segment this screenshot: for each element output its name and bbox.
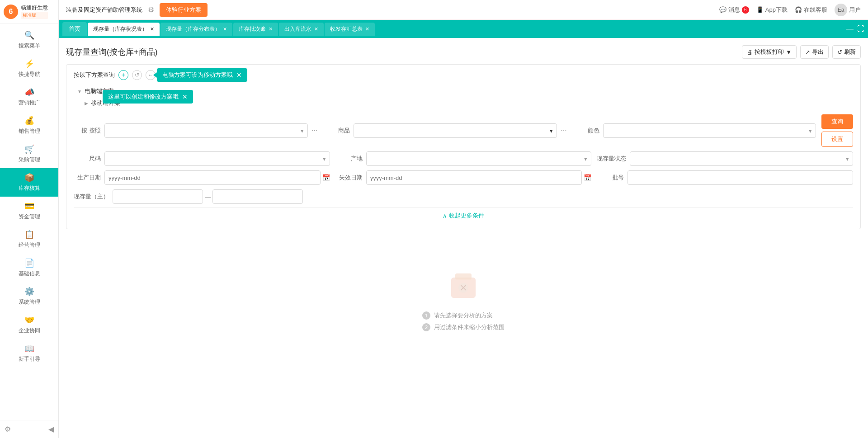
- topbar-gear-icon[interactable]: ⚙: [148, 5, 154, 14]
- sidebar-item-sales[interactable]: 💰 销售管理: [0, 111, 58, 140]
- sidebar-item-enterprise[interactable]: 🤝 企业协同: [0, 311, 58, 339]
- tab-home[interactable]: 首页: [62, 22, 87, 36]
- settings-icon[interactable]: ⚙: [5, 425, 11, 433]
- origin-select[interactable]: ▾: [366, 151, 592, 166]
- app-download-btn[interactable]: 📱 App下载: [756, 6, 788, 14]
- scheme-tooltip-popup: 电脑方案可设为移动方案哦 ✕: [157, 68, 247, 82]
- size-select[interactable]: ▾: [104, 151, 330, 166]
- origin-field: 产地 ▾: [335, 151, 592, 166]
- tabs-bar: 首页 现存量（库存状况表） ✕ 现存量（库存分布表） ✕ 库存批次账 ✕ 出入库…: [59, 20, 868, 38]
- stock-min-input[interactable]: [113, 189, 203, 204]
- topbar-right: 💬 消息 6 📱 App下载 🎧 在线客服 Ea 用户: [719, 4, 861, 16]
- topbar: 装备及固定资产辅助管理系统 ⚙ 体验行业方案 💬 消息 6 📱 App下载 🎧 …: [59, 0, 868, 20]
- sidebar-footer: ⚙ ◀: [0, 420, 58, 438]
- fullscreen-icon[interactable]: ⛶: [857, 25, 864, 33]
- main-area: 装备及固定资产辅助管理系统 ⚙ 体验行业方案 💬 消息 6 📱 App下载 🎧 …: [59, 0, 868, 438]
- export-button[interactable]: ↗ 导出: [800, 45, 829, 59]
- sidebar-item-label: 企业协同: [19, 327, 40, 334]
- logo-icon: 6: [4, 5, 18, 19]
- book-icon: 📖: [24, 344, 34, 353]
- message-icon: 💬: [719, 6, 726, 13]
- refresh-icon: ↺: [837, 49, 842, 56]
- collapse-icon[interactable]: ◀: [48, 425, 54, 433]
- sidebar-item-label: 搜索菜单: [19, 42, 40, 50]
- filter-area: 电脑方案可设为移动方案哦 ✕ 这里可以创建和修改方案哦 ✕ 按以下方案查询 ＋ …: [66, 64, 861, 229]
- tab-flow[interactable]: 出入库流水 ✕: [279, 23, 324, 36]
- calendar-icon[interactable]: 📅: [322, 174, 330, 181]
- chevron-down-icon: ▼: [786, 49, 792, 56]
- stock-main-label: 现存量（主）: [74, 193, 109, 201]
- logo-text-area: 畅通好生意 标准版: [21, 5, 48, 19]
- calendar-icon[interactable]: 📅: [584, 174, 591, 181]
- stock-max-input[interactable]: [212, 189, 303, 204]
- sidebar-item-guide[interactable]: 📖 新手引导: [0, 339, 58, 367]
- tab-inventory-dist[interactable]: 现存量（库存分布表） ✕: [160, 23, 232, 36]
- expire-date-input[interactable]: [366, 170, 582, 185]
- origin-label: 产地: [335, 155, 363, 163]
- filter-add-btn[interactable]: ＋: [118, 70, 128, 80]
- minimize-icon[interactable]: —: [846, 25, 854, 33]
- headset-icon: 🎧: [795, 6, 802, 13]
- page-title: 现存量查询(按仓库+商品): [66, 47, 158, 57]
- tab-close-icon[interactable]: ✕: [150, 26, 154, 32]
- tab-close-icon[interactable]: ✕: [314, 26, 318, 32]
- edit-tooltip-popup: 这里可以创建和修改方案哦 ✕: [103, 90, 193, 104]
- sidebar-item-finance[interactable]: 💳 资金管理: [0, 197, 58, 225]
- filter-rows: 按 按照 ▾ ··· 商品 ▾: [74, 114, 853, 204]
- sidebar-item-purchase[interactable]: 🛒 采购管理: [0, 140, 58, 168]
- phone-icon: 📱: [756, 6, 764, 13]
- empty-state: 1 请先选择要分析的方案 2 用过滤条件来缩小分析范围: [66, 229, 861, 367]
- produce-date-input[interactable]: [104, 170, 321, 185]
- reset-button[interactable]: 设置: [821, 132, 853, 147]
- search-button[interactable]: 查询: [821, 114, 853, 129]
- messages-btn[interactable]: 💬 消息 6: [719, 6, 749, 14]
- chevron-down-icon: ▾: [809, 127, 812, 134]
- sidebar-item-system[interactable]: ⚙️ 系统管理: [0, 282, 58, 311]
- sidebar-item-basic[interactable]: 📄 基础信息: [0, 254, 58, 282]
- tab-close-icon[interactable]: ✕: [365, 26, 369, 32]
- refresh-button[interactable]: ↺ 刷新: [832, 45, 861, 59]
- sidebar-item-search[interactable]: 🔍 搜索菜单: [0, 26, 58, 54]
- trial-button[interactable]: 体验行业方案: [160, 3, 208, 17]
- collapse-button[interactable]: ∧ 收起更多条件: [74, 207, 853, 223]
- scheme-tooltip-close[interactable]: ✕: [236, 71, 242, 79]
- print-button[interactable]: 🖨 按模板打印 ▼: [742, 45, 797, 59]
- gear-icon: ⚙️: [24, 287, 34, 297]
- sidebar-item-marketing[interactable]: 📣 营销推广: [0, 83, 58, 111]
- chevron-down-icon: ▾: [550, 127, 553, 134]
- user-label: 用户: [849, 6, 861, 14]
- color-field: 颜色 ▾: [572, 123, 816, 138]
- goods-select[interactable]: ▾: [354, 123, 557, 138]
- action-buttons: 查询 设置: [821, 114, 853, 147]
- tip-text-1: 请先选择要分析的方案: [434, 311, 493, 320]
- sidebar-item-inventory[interactable]: 📦 库存核算: [0, 168, 58, 197]
- user-btn[interactable]: Ea 用户: [835, 4, 861, 16]
- sidebar-item-quick[interactable]: ⚡ 快捷导航: [0, 54, 58, 83]
- tab-batch-account[interactable]: 库存批次账 ✕: [233, 23, 278, 36]
- filter-row-3: 生产日期 📅 失效日期 📅: [74, 170, 853, 185]
- filter-refresh-btn[interactable]: ↺: [132, 70, 142, 80]
- warehouse-dots[interactable]: ···: [311, 127, 317, 135]
- search-icon: 🔍: [24, 30, 34, 40]
- online-service-label: 在线客服: [804, 6, 827, 14]
- expire-date-field: 失效日期 📅: [335, 170, 592, 185]
- tab-inventory-status[interactable]: 现存量（库存状况表） ✕: [88, 23, 160, 36]
- empty-tip-1: 1 请先选择要分析的方案: [422, 311, 505, 320]
- stock-status-field: 现存量状态 ▾: [597, 151, 853, 166]
- color-select[interactable]: ▾: [603, 123, 816, 138]
- batch-input[interactable]: [627, 170, 853, 185]
- sidebar-logo: 6 畅通好生意 标准版: [0, 0, 58, 24]
- tab-summary[interactable]: 收发存汇总表 ✕: [325, 23, 375, 36]
- print-icon: 🖨: [747, 49, 753, 56]
- stock-status-select[interactable]: ▾: [630, 151, 853, 166]
- warehouse-label: 按 按照: [74, 127, 101, 135]
- warehouse-select[interactable]: ▾: [104, 123, 308, 138]
- stock-main-field: 现存量（主） —: [74, 189, 853, 204]
- edit-tooltip-text: 这里可以创建和修改方案哦: [108, 93, 179, 101]
- tab-close-icon[interactable]: ✕: [269, 26, 273, 32]
- sidebar-item-business[interactable]: 📋 经营管理: [0, 225, 58, 254]
- tab-close-icon[interactable]: ✕: [223, 26, 227, 32]
- goods-dots[interactable]: ···: [561, 127, 566, 135]
- online-service-btn[interactable]: 🎧 在线客服: [795, 6, 827, 14]
- edit-tooltip-close[interactable]: ✕: [182, 93, 188, 100]
